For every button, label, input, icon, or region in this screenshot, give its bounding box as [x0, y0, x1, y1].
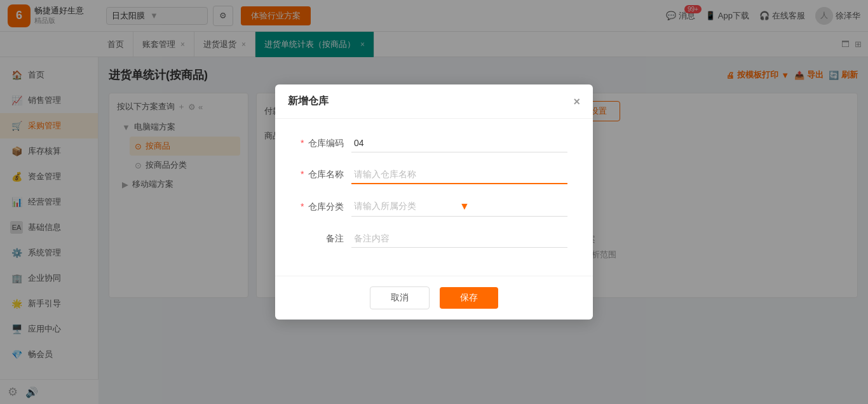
dialog-header: 新增仓库 ×	[275, 84, 593, 119]
dialog-body: 仓库编码 仓库名称 仓库分类 请输入所属分类 ▼ 备注	[275, 119, 593, 276]
category-select[interactable]: 请输入所属分类 ▼	[351, 197, 567, 217]
dialog-close-button[interactable]: ×	[573, 96, 580, 107]
code-label: 仓库编码	[301, 138, 351, 149]
dialog-new-warehouse: 新增仓库 × 仓库编码 仓库名称 仓库分类 请输入所属分类 ▼	[275, 84, 593, 320]
form-row-remark: 备注	[301, 229, 567, 248]
dialog-footer: 取消 保存	[275, 276, 593, 320]
form-row-category: 仓库分类 请输入所属分类 ▼	[301, 197, 567, 217]
name-input[interactable]	[351, 165, 567, 184]
remark-input[interactable]	[351, 229, 567, 248]
category-placeholder: 请输入所属分类	[354, 201, 459, 212]
name-label: 仓库名称	[301, 169, 351, 180]
dialog-title: 新增仓库	[288, 95, 329, 108]
code-input[interactable]	[351, 134, 567, 152]
remark-label: 备注	[301, 233, 351, 245]
category-dropdown-icon: ▼	[459, 201, 565, 212]
cancel-button[interactable]: 取消	[370, 286, 430, 309]
form-row-code: 仓库编码	[301, 134, 567, 152]
modal-overlay: 新增仓库 × 仓库编码 仓库名称 仓库分类 请输入所属分类 ▼	[0, 0, 868, 404]
category-label: 仓库分类	[301, 201, 351, 213]
form-row-name: 仓库名称	[301, 165, 567, 184]
save-button[interactable]: 保存	[440, 287, 498, 309]
